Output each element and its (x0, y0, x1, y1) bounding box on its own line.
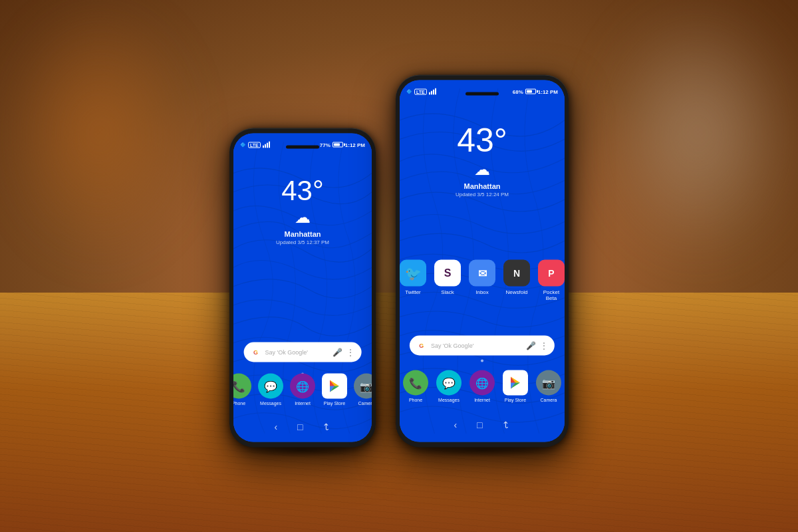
dock-playstore-icon-large[interactable] (503, 370, 528, 396)
weather-widget-small: 43° ☁ Manhattan Updated 3/5 12:37 PM (276, 177, 329, 245)
nav-bar-large: ‹ □ ↩ (454, 420, 510, 430)
app-newsfold-label: Newsfold (506, 289, 528, 295)
dock-camera-label-large: Camera (541, 398, 557, 402)
lte-badge-small: LTE (248, 142, 261, 148)
search-bar-large[interactable]: G Say 'Ok Google' 🎤 ⋮ (410, 336, 555, 356)
dock-playstore-label-large: Play Store (505, 398, 526, 402)
google-g-large: G (419, 342, 424, 349)
dock-large: 📞 Phone 💬 Messages 🌐 Internet (403, 370, 561, 402)
mic-icon-small[interactable]: 🎤 (332, 348, 342, 357)
background: 🔷 LTE 77% (0, 0, 798, 532)
dock-internet-small[interactable]: 🌐 Internet (290, 374, 315, 406)
screen-small: 🔷 LTE 77% (233, 134, 372, 442)
phone-small-wrapper: 🔷 LTE 77% (229, 128, 376, 458)
more-icon-large[interactable]: ⋮ (540, 341, 548, 350)
mic-icon-large[interactable]: 🎤 (526, 341, 536, 350)
nav-recent-large[interactable]: ↩ (501, 421, 512, 429)
dock-phone-label-small: Phone (233, 401, 245, 406)
search-bar-small[interactable]: G Say 'Ok Google' 🎤 ⋮ (244, 342, 362, 362)
app-twitter-icon[interactable]: 🐦 (400, 260, 426, 287)
weather-updated-large: Updated 3/5 12:24 PM (456, 192, 509, 198)
weather-city-small: Manhattan (276, 230, 329, 238)
app-newsfold[interactable]: N Newsfold (503, 260, 530, 301)
dock-playstore-small[interactable]: Play Store (322, 374, 347, 406)
dock-playstore-large[interactable]: Play Store (503, 370, 528, 402)
phone-large: 🔷 LTE 68% (396, 75, 569, 448)
dock-messages-icon-small[interactable]: 💬 (258, 374, 283, 399)
dock-playstore-icon-small[interactable] (322, 374, 347, 399)
app-inbox-icon[interactable]: ✉ (469, 260, 495, 287)
bokeh-right (598, 0, 798, 266)
earpiece-small (286, 146, 319, 149)
weather-icon-large: ☁ (456, 160, 509, 179)
weather-widget-large: 43° ☁ Manhattan Updated 3/5 12:24 PM (456, 124, 509, 198)
battery-icon-small (332, 142, 343, 148)
app-pocket[interactable]: P Pocket Beta (538, 260, 565, 301)
dock-internet-label-small: Internet (295, 401, 311, 406)
more-icon-small[interactable]: ⋮ (346, 348, 354, 357)
dock-camera-icon-large[interactable]: 📷 (536, 370, 561, 396)
status-right-large: 68% 1:12 PM (513, 88, 558, 94)
app-twitter[interactable]: 🐦 Twitter (400, 260, 426, 301)
dock-phone-icon-large[interactable]: 📞 (403, 370, 428, 396)
nav-back-small[interactable]: ‹ (274, 422, 277, 432)
lte-badge-large: LTE (414, 88, 427, 94)
dock-phone-label-large: Phone (409, 398, 422, 402)
app-slack[interactable]: S Slack (434, 260, 461, 301)
nav-back-large[interactable]: ‹ (454, 420, 457, 430)
search-placeholder-large: Say 'Ok Google' (431, 342, 522, 349)
dock-messages-icon-large[interactable]: 💬 (436, 370, 462, 396)
battery-icon-large (525, 89, 536, 94)
dock-messages-small[interactable]: 💬 Messages (258, 374, 283, 406)
app-row-large: 🐦 Twitter S Slack ✉ Inbox N (400, 260, 565, 301)
app-newsfold-icon[interactable]: N (503, 260, 530, 287)
weather-city-large: Manhattan (456, 182, 509, 190)
weather-temp-small: 43° (276, 177, 329, 205)
time-large: 1:12 PM (538, 88, 558, 94)
notif-dot-large (481, 360, 483, 362)
status-bar-large: 🔷 LTE 68% (406, 86, 558, 98)
app-pocket-label: Pocket Beta (538, 289, 565, 301)
dock-internet-label-large: Internet (474, 398, 490, 402)
weather-icon-small: ☁ (276, 208, 329, 227)
dock-internet-icon-large[interactable]: 🌐 (469, 370, 495, 396)
app-slack-icon[interactable]: S (434, 260, 461, 287)
dock-internet-icon-small[interactable]: 🌐 (290, 374, 315, 399)
battery-percent-small: 77% (320, 142, 331, 148)
dock-phone-small[interactable]: 📞 Phone (233, 374, 251, 406)
nav-home-large[interactable]: □ (477, 420, 482, 430)
dock-messages-label-large: Messages (438, 398, 460, 402)
nav-recent-small[interactable]: ↩ (322, 423, 332, 431)
phone-small: 🔷 LTE 77% (229, 128, 376, 448)
dock-internet-large[interactable]: 🌐 Internet (469, 370, 495, 402)
dock-small: 📞 Phone 💬 Messages 🌐 Internet (233, 374, 372, 406)
dock-messages-label-small: Messages (260, 401, 281, 406)
status-left-large: 🔷 LTE (406, 88, 436, 95)
nav-home-small[interactable]: □ (297, 422, 303, 432)
google-g-small: G (253, 349, 258, 356)
bokeh-left (0, 0, 200, 266)
weather-temp-large: 43° (456, 124, 509, 157)
phone-large-wrapper: 🔷 LTE 68% (396, 75, 569, 458)
phones-container: 🔷 LTE 77% (229, 75, 569, 458)
search-placeholder-small: Say 'Ok Google' (265, 349, 329, 356)
dock-phone-icon-small[interactable]: 📞 (233, 374, 251, 399)
status-bar-small: 🔷 LTE 77% (240, 139, 365, 151)
dock-camera-large[interactable]: 📷 Camera (536, 370, 561, 402)
earpiece-large (466, 92, 499, 96)
screen-large: 🔷 LTE 68% (400, 80, 565, 442)
app-pocket-icon[interactable]: P (538, 260, 565, 287)
dock-camera-icon-small[interactable]: 📷 (354, 374, 372, 399)
app-twitter-label: Twitter (405, 289, 421, 295)
dock-playstore-label-small: Play Store (324, 401, 345, 406)
status-left-small: 🔷 LTE (240, 142, 270, 148)
weather-updated-small: Updated 3/5 12:37 PM (276, 239, 329, 245)
dock-camera-small[interactable]: 📷 Camera (354, 374, 372, 406)
dock-messages-large[interactable]: 💬 Messages (436, 370, 462, 402)
dock-camera-label-small: Camera (358, 401, 372, 406)
app-slack-label: Slack (441, 289, 454, 295)
app-inbox[interactable]: ✉ Inbox (469, 260, 495, 301)
time-small: 1:12 PM (345, 142, 365, 148)
dock-phone-large[interactable]: 📞 Phone (403, 370, 428, 402)
battery-percent-large: 68% (513, 88, 523, 94)
